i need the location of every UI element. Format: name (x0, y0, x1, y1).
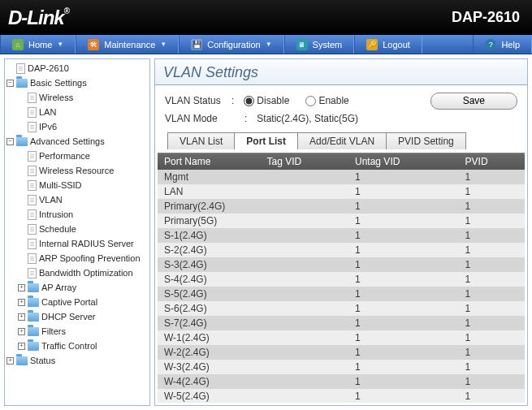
collapse-icon[interactable]: − (6, 80, 14, 87)
cell-tag-vid (261, 301, 348, 316)
sidebar-item-bandwidth[interactable]: Bandwidth Optimization (6, 265, 148, 280)
cell-untag-vid: 1 (348, 316, 459, 330)
page-icon (28, 180, 37, 191)
sidebar-item-performance[interactable]: Performance (6, 149, 148, 163)
sidebar-item-arp[interactable]: ARP Spoofing Prevention (6, 251, 148, 265)
nav-system[interactable]: 🖥 System (284, 35, 355, 54)
page-title: VLAN Settings (155, 59, 527, 85)
tree-status[interactable]: + Status (6, 353, 148, 368)
chevron-down-icon: ▼ (57, 41, 63, 48)
save-button[interactable]: Save (430, 93, 517, 110)
cell-port-name: LAN (158, 184, 261, 199)
vlan-mode-label: VLAN Mode (165, 113, 238, 124)
tree-advanced-settings[interactable]: − Advanced Settings (6, 134, 148, 149)
nav-home[interactable]: ⌂ Home ▼ (0, 35, 76, 54)
save-icon: 💾 (191, 39, 202, 50)
monitor-icon: 🖥 (296, 39, 308, 50)
sidebar-item-ipv6[interactable]: IPv6 (6, 119, 148, 134)
sidebar-item-schedule[interactable]: Schedule (6, 222, 148, 236)
nav-help[interactable]: ? Help (473, 35, 532, 54)
port-list-table-wrap[interactable]: Port Name Tag VID Untag VID PVID Mgmt11L… (158, 153, 525, 403)
main-panel: VLAN Settings VLAN Status : Disable Enab… (154, 58, 528, 406)
table-row: W-5(2.4G)11 (158, 389, 525, 403)
expand-icon[interactable]: + (18, 299, 25, 306)
sidebar-folder-dhcp[interactable]: +DHCP Server (6, 309, 148, 324)
tab-add-edit-vlan[interactable]: Add/Edit VLAN (297, 132, 387, 149)
sidebar-folder-captive-portal[interactable]: +Captive Portal (6, 295, 148, 309)
cell-pvid: 1 (459, 374, 525, 389)
sidebar-folder-traffic[interactable]: +Traffic Control (6, 339, 148, 353)
collapse-icon[interactable]: − (6, 138, 14, 145)
cell-untag-vid: 1 (348, 330, 459, 345)
table-row: Primary(2.4G)11 (158, 199, 525, 214)
expand-icon[interactable]: + (18, 284, 25, 291)
cell-tag-vid (261, 345, 348, 360)
cell-port-name: Primary(2.4G) (158, 199, 261, 214)
folder-icon (28, 298, 39, 307)
sidebar-item-multi-ssid[interactable]: Multi-SSID (6, 178, 148, 192)
page-icon (28, 151, 37, 162)
sidebar-item-wireless[interactable]: Wireless (6, 90, 148, 105)
expand-icon[interactable]: + (6, 357, 14, 365)
brand-logo: D-Link® (8, 6, 69, 29)
vlan-status-disable[interactable]: Disable (244, 95, 289, 106)
nav-configuration[interactable]: 💾 Configuration ▼ (179, 35, 283, 54)
cell-port-name: W-2(2.4G) (158, 345, 261, 360)
cell-untag-vid: 1 (348, 272, 459, 287)
folder-icon (16, 356, 28, 365)
cell-port-name: S-5(2.4G) (158, 287, 261, 301)
cell-pvid: 1 (459, 330, 525, 345)
cell-untag-vid: 1 (348, 301, 459, 316)
nav-maintenance[interactable]: 🛠 Maintenance ▼ (76, 35, 179, 54)
table-row: W-4(2.4G)11 (158, 374, 525, 389)
sidebar-item-vlan[interactable]: VLAN (6, 192, 148, 207)
table-row: S-6(2.4G)11 (158, 301, 525, 316)
cell-untag-vid: 1 (348, 199, 459, 214)
nav-logout-label: Logout (383, 40, 410, 50)
expand-icon[interactable]: + (18, 328, 25, 335)
tree-basic-settings[interactable]: − Basic Settings (6, 76, 148, 90)
cell-port-name: Mgmt (158, 170, 261, 184)
cell-port-name: S-4(2.4G) (158, 272, 261, 287)
sidebar-item-lan[interactable]: LAN (6, 105, 148, 119)
radio-enable-label: Enable (318, 95, 348, 106)
cell-tag-vid (261, 228, 348, 243)
key-icon: 🔑 (366, 39, 378, 50)
radio-enable[interactable] (305, 96, 316, 106)
table-row: W-2(2.4G)11 (158, 345, 525, 360)
tab-vlan-list[interactable]: VLAN List (167, 132, 235, 149)
radio-disable[interactable] (244, 96, 254, 106)
sidebar-item-intrusion[interactable]: Intrusion (6, 207, 148, 222)
col-tag-vid: Tag VID (261, 153, 348, 170)
vlan-mode-value: Static(2.4G), Static(5G) (257, 113, 358, 124)
vlan-status-enable[interactable]: Enable (305, 95, 348, 106)
nav-maintenance-label: Maintenance (104, 40, 155, 50)
expand-icon[interactable]: + (18, 343, 25, 350)
sidebar-item-radius[interactable]: Internal RADIUS Server (6, 236, 148, 251)
cell-tag-vid (261, 257, 348, 272)
sidebar: DAP-2610 − Basic Settings Wireless LAN I… (4, 58, 150, 406)
sidebar-folder-filters[interactable]: +Filters (6, 324, 148, 339)
sidebar-item-wireless-resource[interactable]: Wireless Resource (6, 163, 148, 178)
nav-system-label: System (313, 40, 343, 50)
tree-advanced-label: Advanced Settings (30, 135, 105, 148)
cell-pvid: 1 (459, 214, 525, 228)
table-row: S-4(2.4G)11 (158, 272, 525, 287)
tab-pvid-setting[interactable]: PVID Setting (386, 132, 466, 149)
tab-port-list[interactable]: Port List (234, 132, 298, 149)
cell-tag-vid (261, 330, 348, 345)
cell-pvid: 1 (459, 184, 525, 199)
expand-icon[interactable]: + (18, 313, 25, 321)
tree-root[interactable]: DAP-2610 (6, 61, 148, 76)
folder-icon (28, 283, 39, 292)
cell-tag-vid (261, 374, 348, 389)
cell-untag-vid: 1 (348, 389, 459, 403)
vlan-status-label: VLAN Status (165, 95, 225, 106)
cell-port-name: W-1(2.4G) (158, 330, 261, 345)
cell-port-name: W-4(2.4G) (158, 374, 261, 389)
sidebar-folder-ap-array[interactable]: +AP Array (6, 280, 148, 295)
nav-logout[interactable]: 🔑 Logout (354, 35, 422, 54)
cell-untag-vid: 1 (348, 287, 459, 301)
nav-help-label: Help (501, 40, 520, 50)
page-icon (28, 195, 37, 205)
